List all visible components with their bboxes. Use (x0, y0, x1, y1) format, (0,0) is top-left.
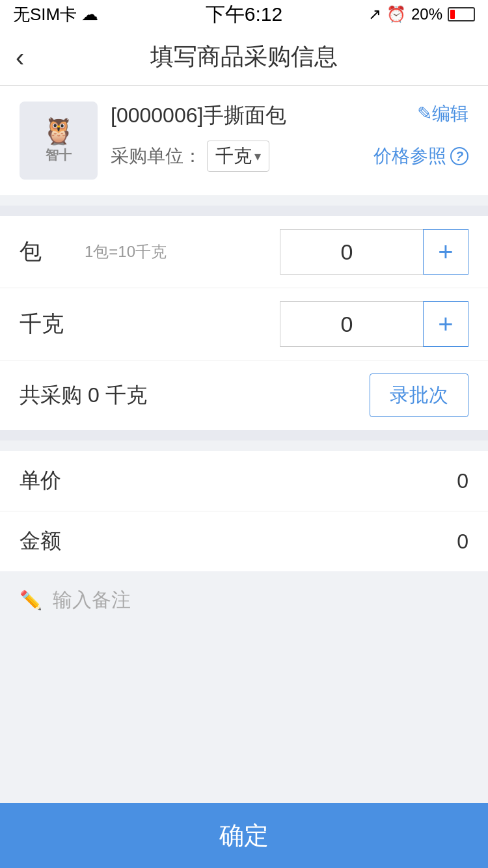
bag-sub-label: 1包=10千克 (85, 241, 167, 262)
unit-price-value: 0 (457, 469, 468, 493)
amount-value: 0 (457, 530, 468, 554)
unit-select[interactable]: 千克 ▾ (207, 141, 269, 172)
price-ref-info-icon: ? (450, 147, 468, 165)
battery-percent: 20% (411, 5, 442, 23)
unit-select-arrow-icon: ▾ (254, 148, 261, 164)
status-bar: 无SIM卡 ☁ 下午6:12 ↗ ⏰ 20% (0, 0, 488, 29)
kg-input-row: 千克 + (0, 288, 488, 360)
unit-price-label: 单价 (20, 467, 61, 495)
summary-text: 共采购 0 千克 (20, 381, 147, 410)
product-card: 🦉 智十 [0000006]手撕面包 ✎编辑 采购单位： 千克 ▾ 价格参照 ? (0, 86, 488, 195)
confirm-button[interactable]: 确定 (0, 803, 488, 868)
status-right: ↗ ⏰ 20% (368, 5, 475, 23)
kg-input-controls: + (280, 301, 468, 347)
section-divider-2 (0, 430, 488, 441)
content-spacer (0, 629, 488, 803)
kg-label: 千克 (20, 309, 72, 339)
bag-quantity-input[interactable] (280, 229, 423, 275)
unit-price-row: 单价 0 (0, 451, 488, 511)
product-image-label: 智十 (46, 146, 72, 164)
amount-row: 金额 0 (0, 511, 488, 571)
kg-quantity-input[interactable] (280, 301, 423, 347)
price-ref-button[interactable]: 价格参照 ? (373, 144, 468, 169)
back-button[interactable]: ‹ (16, 44, 24, 70)
unit-label: 采购单位： (111, 144, 202, 169)
input-section: 包 1包=10千克 + 千克 + 共采购 0 千克 录批次 (0, 216, 488, 430)
sim-label: 无SIM卡 ☁ (13, 3, 98, 26)
main-content: 🦉 智十 [0000006]手撕面包 ✎编辑 采购单位： 千克 ▾ 价格参照 ? (0, 86, 488, 803)
remark-section[interactable]: ✏️ 输入备注 (0, 571, 488, 629)
bag-label: 包 (20, 237, 72, 267)
price-info-section: 单价 0 金额 0 (0, 451, 488, 571)
product-owl-icon: 🦉 (42, 118, 75, 144)
product-name: [0000006]手撕面包 (111, 102, 417, 130)
battery-icon (448, 7, 475, 21)
edit-button[interactable]: ✎编辑 (417, 102, 468, 126)
remark-input[interactable]: 输入备注 (53, 587, 131, 614)
nav-bar: ‹ 填写商品采购信息 (0, 29, 488, 86)
product-info: [0000006]手撕面包 ✎编辑 采购单位： 千克 ▾ 价格参照 ? (111, 102, 468, 172)
location-icon: ↗ (368, 5, 381, 23)
unit-row-left: 采购单位： 千克 ▾ (111, 141, 269, 172)
bag-plus-button[interactable]: + (423, 229, 468, 275)
section-divider-1 (0, 206, 488, 216)
bag-input-controls: + (280, 229, 468, 275)
pencil-icon: ✏️ (20, 590, 42, 611)
summary-row: 共采购 0 千克 录批次 (0, 360, 488, 430)
batch-button[interactable]: 录批次 (370, 373, 468, 417)
bag-input-row: 包 1包=10千克 + (0, 216, 488, 288)
product-unit-row: 采购单位： 千克 ▾ 价格参照 ? (111, 141, 468, 172)
unit-select-text: 千克 (215, 144, 252, 169)
confirm-button-label: 确定 (219, 819, 269, 852)
status-left: 无SIM卡 ☁ (13, 3, 98, 26)
status-time: 下午6:12 (206, 1, 282, 28)
product-image: 🦉 智十 (20, 102, 98, 180)
kg-plus-button[interactable]: + (423, 301, 468, 347)
amount-label: 金额 (20, 527, 61, 556)
product-header: [0000006]手撕面包 ✎编辑 (111, 102, 468, 130)
price-ref-label: 价格参照 (373, 144, 446, 169)
page-title: 填写商品采购信息 (150, 41, 338, 73)
alarm-icon: ⏰ (386, 5, 406, 23)
